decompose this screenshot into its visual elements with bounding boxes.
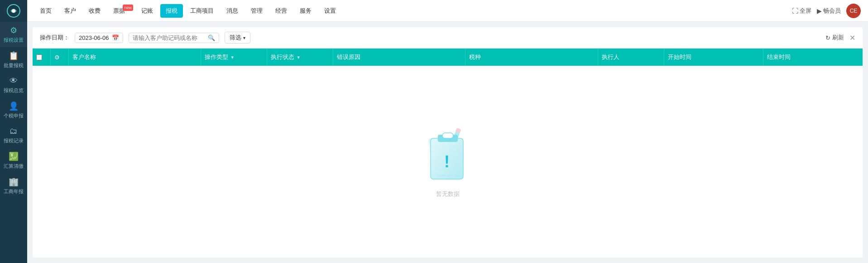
- th-start-time: 开始时间: [664, 49, 763, 66]
- data-table: ⚙ 客户名称 操作类型 ▼ 执行状态 ▼ 错误原因: [33, 49, 863, 258]
- member-btn[interactable]: ▶ 畅会员: [817, 7, 841, 15]
- toolbar: 操作日期： 2023-06-06 📅 🔍 筛选 ▾ ↻ 刷新: [33, 27, 863, 49]
- th-operation-type[interactable]: 操作类型 ▼: [201, 49, 267, 66]
- refresh-button[interactable]: ↻ 刷新: [825, 34, 844, 42]
- svg-point-1: [12, 9, 15, 13]
- sidebar: ⚙ 报税设置 📋 批量报税 👁 报税总览 👤 个税申报 🗂 报税记录 💹 汇算清…: [0, 0, 27, 263]
- nav-shoufei[interactable]: 收费: [83, 4, 106, 18]
- topnav: 首页 客户 收费 票据 new 记账 报税 工商项目 消息 管理 经营 服务 设…: [27, 0, 868, 22]
- svg-rect-11: [436, 175, 460, 176]
- filter-label: 筛选: [230, 34, 241, 42]
- search-input[interactable]: [133, 34, 206, 41]
- settings-icon: ⚙: [54, 54, 60, 61]
- nav-customer[interactable]: 客户: [59, 4, 82, 18]
- sidebar-item-label-piliangbaoshui: 批量报税: [4, 62, 24, 69]
- nav-guanli[interactable]: 管理: [245, 4, 268, 18]
- svg-text:!: !: [444, 152, 450, 171]
- refresh-label: 刷新: [832, 34, 844, 42]
- piao-badge: new: [123, 5, 133, 11]
- member-label: 畅会员: [823, 7, 841, 15]
- nav-shezhi[interactable]: 设置: [319, 4, 341, 18]
- table-header: ⚙ 客户名称 操作类型 ▼ 执行状态 ▼ 错误原因: [33, 49, 863, 66]
- sidebar-item-huisuanjiezheng[interactable]: 💹 汇算清缴: [0, 148, 27, 173]
- nav-homepage[interactable]: 首页: [34, 4, 57, 18]
- chevron-down-icon: ▾: [243, 35, 245, 40]
- th-executor: 执行人: [598, 49, 664, 66]
- th-customer-name: 客户名称: [69, 49, 201, 66]
- fullscreen-btn[interactable]: ⛶ 全屏: [792, 7, 811, 15]
- huisuanjiezheng-icon: 💹: [9, 151, 19, 161]
- main-content: 首页 客户 收费 票据 new 记账 报税 工商项目 消息 管理 经营 服务 设…: [27, 0, 868, 263]
- close-button[interactable]: ✕: [849, 34, 855, 42]
- fullscreen-icon: ⛶: [792, 7, 798, 15]
- sidebar-item-baoshuijilu[interactable]: 🗂 报税记录: [0, 123, 27, 148]
- sidebar-item-baoshuishezhi[interactable]: ⚙ 报税设置: [0, 22, 27, 47]
- nav-items: 首页 客户 收费 票据 new 记账 报税 工商项目 消息 管理 经营 服务 设…: [34, 4, 792, 18]
- table-card: 操作日期： 2023-06-06 📅 🔍 筛选 ▾ ↻ 刷新: [33, 27, 863, 258]
- th-checkbox[interactable]: [33, 49, 51, 66]
- avatar[interactable]: CE: [846, 4, 861, 18]
- sidebar-item-label-baoshuijilu: 报税记录: [4, 137, 24, 144]
- sort-icon-status: ▼: [296, 55, 301, 60]
- nav-fuwu[interactable]: 服务: [294, 4, 317, 18]
- sidebar-item-label-baoshuishezhi: 报税设置: [4, 37, 24, 44]
- fullscreen-label: 全屏: [800, 7, 811, 15]
- baoshuijilu-icon: 🗂: [10, 127, 18, 136]
- svg-rect-9: [442, 133, 453, 138]
- sidebar-item-baoshuizonglan[interactable]: 👁 报税总览: [0, 73, 27, 97]
- piliangbaoshui-icon: 📋: [9, 51, 19, 61]
- page-area: 操作日期： 2023-06-06 📅 🔍 筛选 ▾ ↻ 刷新: [27, 22, 868, 263]
- sidebar-item-label-getaxapply: 个税申报: [4, 112, 24, 119]
- nav-baoshui[interactable]: 报税: [160, 4, 183, 18]
- date-label: 操作日期：: [40, 34, 69, 42]
- th-end-time: 结束时间: [763, 49, 863, 66]
- empty-illustration: !: [421, 126, 475, 185]
- baoshuizonglan-icon: 👁: [10, 76, 18, 86]
- search-icon: 🔍: [208, 34, 215, 41]
- baoshuishezhi-icon: ⚙: [10, 25, 17, 35]
- sidebar-item-label-baoshuizonglan: 报税总览: [4, 87, 24, 94]
- nav-xiaoxi[interactable]: 消息: [221, 4, 244, 18]
- nav-piao[interactable]: 票据 new: [108, 4, 134, 18]
- date-picker[interactable]: 2023-06-06 📅: [75, 33, 123, 43]
- sort-icon-operation: ▼: [230, 55, 235, 60]
- select-all-checkbox[interactable]: [36, 54, 42, 60]
- empty-state: ! 暂无数据: [421, 126, 475, 198]
- th-tax-type: 税种: [465, 49, 598, 66]
- sidebar-item-label-huisuanjiezheng: 汇算清缴: [4, 163, 24, 170]
- calendar-icon: 📅: [112, 34, 119, 41]
- app-logo: [0, 0, 27, 22]
- member-icon: ▶: [817, 7, 822, 15]
- table-body: ! 暂无数据: [33, 66, 863, 258]
- sidebar-item-gongshangnian[interactable]: 🏢 工商年报: [0, 173, 27, 199]
- nav-jingying[interactable]: 经营: [270, 4, 293, 18]
- filter-button[interactable]: 筛选 ▾: [225, 32, 250, 44]
- th-settings[interactable]: ⚙: [51, 49, 69, 66]
- th-exec-status[interactable]: 执行状态 ▼: [267, 49, 333, 66]
- gongshangnian-icon: 🏢: [9, 177, 19, 187]
- toolbar-right: ↻ 刷新 ✕: [825, 34, 855, 42]
- nav-gongshang[interactable]: 工商项目: [185, 4, 219, 18]
- date-value: 2023-06-06: [79, 34, 109, 41]
- nav-jizhang[interactable]: 记账: [136, 4, 158, 18]
- refresh-icon: ↻: [825, 34, 830, 41]
- getaxapply-icon: 👤: [9, 101, 19, 111]
- th-error-reason: 错误原因: [333, 49, 465, 66]
- sidebar-item-piliangbaoshui[interactable]: 📋 批量报税: [0, 47, 27, 73]
- empty-text: 暂无数据: [436, 190, 460, 198]
- sidebar-item-label-gongshangnian: 工商年报: [4, 188, 24, 195]
- topnav-right: ⛶ 全屏 ▶ 畅会员 CE: [792, 4, 861, 18]
- sidebar-item-getaxapply[interactable]: 👤 个税申报: [0, 97, 27, 123]
- search-box: 🔍: [129, 33, 219, 43]
